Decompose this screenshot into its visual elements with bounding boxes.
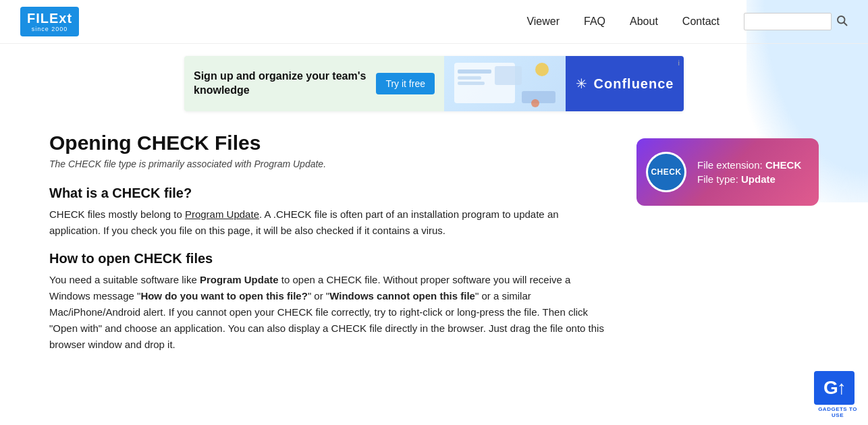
section2-body3: " or "	[308, 290, 329, 302]
nav-viewer[interactable]: Viewer	[526, 16, 560, 28]
banner-illustration	[444, 56, 566, 111]
file-icon: CHECK	[648, 154, 684, 190]
section1-heading: What is a CHECK file?	[49, 186, 609, 201]
ad-banner: Sign up and organize your team's knowled…	[184, 56, 684, 111]
banner-area: Sign up and organize your team's knowled…	[0, 44, 868, 118]
svg-rect-3	[458, 69, 491, 74]
search-bar	[744, 13, 848, 30]
banner-text: Sign up and organize your team's knowled…	[194, 69, 367, 98]
type-value: Update	[741, 173, 776, 185]
svg-rect-4	[458, 76, 481, 80]
banner-left: Sign up and organize your team's knowled…	[184, 56, 444, 111]
file-card-info: File extension: CHECK File type: Update	[697, 159, 801, 185]
content-text: Opening CHECK Files The CHECK file type …	[49, 132, 609, 357]
section2-body3-bold: Windows cannot open this file	[329, 290, 475, 302]
file-type-row: File type: Update	[697, 173, 801, 185]
gadget-logo-icon: G↑	[814, 371, 855, 384]
content-layout: Opening CHECK Files The CHECK file type …	[49, 132, 819, 357]
program-update-link[interactable]: Program Update	[185, 208, 259, 220]
svg-point-7	[535, 63, 549, 76]
nav-faq[interactable]: FAQ	[584, 16, 605, 28]
section1-body: CHECK files mostly belong to Program Upd…	[49, 206, 609, 239]
section2-body: You need a suitable software like Progra…	[49, 272, 609, 353]
ad-label: i	[678, 59, 680, 67]
logo: FILExt since 2000	[20, 7, 79, 36]
nav-about[interactable]: About	[630, 16, 658, 28]
page-title: Opening CHECK Files	[49, 132, 609, 154]
svg-point-0	[838, 16, 845, 24]
search-button[interactable]	[836, 14, 848, 30]
file-extension-row: File extension: CHECK	[697, 159, 801, 171]
page-subtitle: The CHECK file type is primarily associa…	[49, 159, 609, 169]
section2-body-intro: You need a suitable software like	[49, 274, 200, 285]
type-label: File type:	[697, 173, 738, 185]
banner-try-button[interactable]: Try it free	[376, 73, 435, 94]
svg-point-9	[531, 99, 539, 107]
section2-program-update: Program Update	[200, 274, 279, 285]
logo-text: FILExt	[27, 11, 72, 26]
header: FILExt since 2000 Viewer FAQ About Conta…	[0, 0, 868, 44]
extension-label: File extension:	[697, 159, 763, 171]
svg-rect-6	[495, 66, 522, 85]
main-content: Opening CHECK Files The CHECK file type …	[29, 118, 839, 384]
logo-link[interactable]: FILExt since 2000	[20, 7, 79, 36]
gadget-logo: G↑ GADGETS TO USE	[814, 371, 861, 384]
search-input[interactable]	[744, 13, 832, 30]
section2-body2-bold: How do you want to open this file?	[140, 290, 308, 302]
section2-heading: How to open CHECK files	[49, 251, 609, 266]
file-icon-box: CHECK	[646, 152, 686, 192]
confluence-brand: Confluence	[594, 76, 674, 92]
banner-illustration-svg	[447, 56, 562, 111]
file-extension-card: CHECK File extension: CHECK File type: U…	[636, 138, 819, 206]
confluence-icon: ✳	[576, 76, 587, 92]
logo-since: since 2000	[32, 26, 68, 32]
search-icon	[836, 14, 848, 26]
extension-value: CHECK	[765, 159, 801, 171]
main-nav: Viewer FAQ About Contact	[526, 13, 848, 30]
svg-rect-5	[458, 82, 485, 85]
svg-line-1	[844, 22, 847, 25]
nav-contact[interactable]: Contact	[682, 16, 720, 28]
section1-body-pre: CHECK files mostly belong to	[49, 208, 185, 220]
banner-right: i ✳ Confluence	[566, 56, 684, 111]
